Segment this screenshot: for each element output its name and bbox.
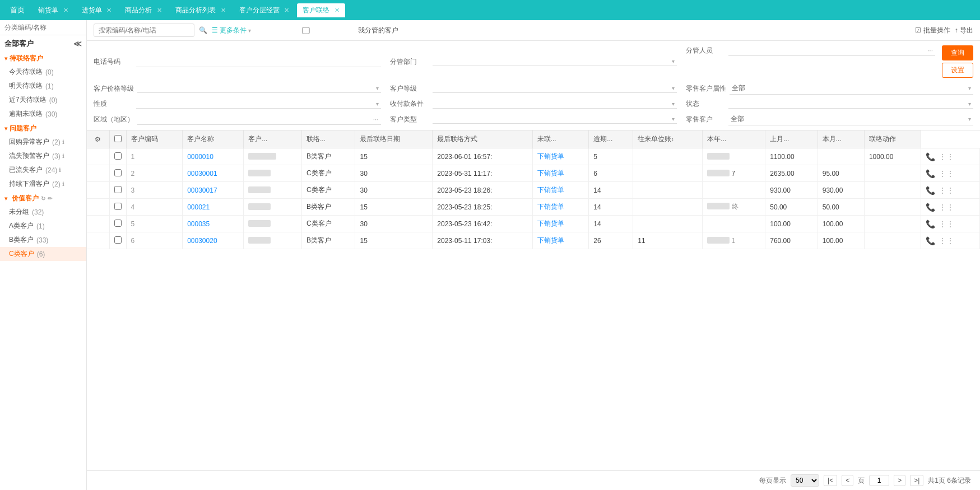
row-action-phone[interactable]: 📞 — [926, 186, 935, 195]
last-page-btn[interactable]: >| — [910, 475, 923, 486]
col-year[interactable]: 本年... — [703, 130, 765, 148]
row-checkbox[interactable] — [114, 169, 122, 176]
sidebar-group-pending[interactable]: 待联络客户 — [0, 51, 86, 65]
col-action[interactable]: 联络动作 — [864, 130, 921, 148]
nav-purchase[interactable]: 进货单 ✕ — [76, 3, 118, 17]
nav-customer-contact[interactable]: 客户联络 ✕ — [297, 3, 345, 17]
row-checkbox[interactable] — [114, 152, 122, 160]
sidebar-item-overdue[interactable]: 逾期未联络(30) — [0, 107, 86, 121]
nav-close-sales[interactable]: ✕ — [63, 7, 68, 13]
col-settings[interactable]: ⚙ — [87, 130, 109, 148]
phone-input[interactable] — [136, 57, 381, 67]
area-more[interactable]: ··· — [373, 115, 379, 123]
sidebar-item-lost[interactable]: 已流失客户(24) ℹ — [0, 163, 86, 177]
nav-close-customer-tier[interactable]: ✕ — [284, 7, 289, 13]
col-this-month[interactable]: 本月... — [818, 130, 864, 148]
sidebar-item-7days[interactable]: 近7天待联络(0) — [0, 93, 86, 107]
my-customers-check[interactable] — [256, 27, 356, 34]
sidebar-group-problem[interactable]: 问题客户 — [0, 121, 86, 135]
my-customers-checkbox[interactable]: 我分管的客户 — [256, 26, 398, 35]
filter-search-icon[interactable]: 🔍 — [199, 26, 207, 34]
row-action-phone[interactable]: 📞 — [926, 152, 935, 161]
grade-select[interactable]: ▾ — [433, 84, 677, 93]
row-action-phone[interactable]: 📞 — [926, 220, 935, 228]
more-conditions-btn[interactable]: ☰ 更多条件 ▾ — [212, 26, 251, 35]
price-level-select[interactable]: ▾ — [137, 84, 381, 93]
row-method-link[interactable]: 下销货单 — [537, 220, 564, 227]
manager-more[interactable]: ··· — [927, 46, 933, 54]
status-select[interactable]: ▾ — [728, 100, 973, 109]
customer-type-select[interactable]: ▾ — [433, 115, 677, 124]
nav-close-product-list[interactable]: ✕ — [221, 7, 226, 13]
col-last-month[interactable]: 上月... — [765, 130, 818, 148]
all-customers-label[interactable]: 全部客户 ≪ — [0, 35, 86, 51]
info-icon-declining[interactable]: ℹ — [62, 181, 64, 187]
col-last-method[interactable]: 最后联络方式 — [433, 130, 532, 148]
prev-page-btn[interactable]: < — [842, 475, 853, 486]
row-method-link[interactable]: 下销货单 — [537, 203, 564, 211]
row-method-link[interactable]: 下销货单 — [537, 186, 564, 194]
col-code[interactable]: 客户编码 — [126, 130, 183, 148]
row-action-more[interactable]: ⋮⋮ — [939, 220, 954, 228]
row-checkbox[interactable] — [114, 203, 122, 210]
nav-close-customer-contact[interactable]: ✕ — [335, 7, 340, 13]
nav-close-product-analysis[interactable]: ✕ — [157, 7, 162, 13]
first-page-btn[interactable]: |< — [824, 475, 837, 486]
nav-product-analysis[interactable]: 商品分析 ✕ — [119, 3, 168, 17]
next-page-btn[interactable]: > — [894, 475, 905, 486]
row-action-more[interactable]: ⋮⋮ — [939, 186, 954, 195]
row-method-link[interactable]: 下销货单 — [537, 169, 564, 177]
search-input[interactable] — [94, 24, 194, 37]
nav-sales[interactable]: 销货单 ✕ — [32, 3, 74, 17]
payment-select[interactable]: ▾ — [433, 100, 677, 109]
sidebar-item-typeB[interactable]: B类客户(33) — [0, 233, 86, 247]
value-group-refresh[interactable]: ↻ — [41, 195, 45, 202]
sidebar-item-ungrouped[interactable]: 未分组(32) — [0, 205, 86, 219]
col-account[interactable]: 往来单位账↕ — [633, 130, 703, 148]
col-type[interactable]: 客户... — [244, 130, 302, 148]
row-action-more[interactable]: ⋮⋮ — [939, 203, 954, 212]
info-icon-warning[interactable]: ℹ — [62, 153, 64, 159]
sidebar-item-today[interactable]: 今天待联络(0) — [0, 65, 86, 79]
nature-select[interactable]: ▾ — [136, 100, 381, 109]
sidebar-group-value[interactable]: 价值客户 ↻ ✏ — [0, 191, 86, 205]
row-action-more[interactable]: ⋮⋮ — [939, 169, 954, 178]
info-icon-lost[interactable]: ℹ — [59, 167, 61, 173]
nav-home[interactable]: 首页 — [4, 3, 30, 17]
row-method-link[interactable]: 下销货单 — [537, 236, 564, 244]
row-action-more[interactable]: ⋮⋮ — [939, 152, 954, 161]
row-checkbox[interactable] — [114, 220, 122, 227]
info-icon-abnormal[interactable]: ℹ — [62, 139, 64, 145]
nav-customer-tier[interactable]: 客户分层经营 ✕ — [234, 3, 295, 17]
row-checkbox[interactable] — [114, 236, 122, 244]
col-contact[interactable]: 联络... — [301, 130, 355, 148]
dept-select[interactable]: ▾ — [433, 57, 677, 66]
row-action-phone[interactable]: 📞 — [926, 203, 935, 212]
row-checkbox[interactable] — [114, 186, 122, 193]
sidebar-collapse-icon[interactable]: ≪ — [73, 39, 82, 48]
row-method-link[interactable]: 下销货单 — [537, 152, 564, 160]
sidebar-item-typeC[interactable]: C类客户(6) — [0, 247, 86, 261]
col-last-date[interactable]: 最后联络日期 — [355, 130, 433, 148]
sidebar-search-input[interactable] — [4, 24, 87, 31]
sidebar-item-warning[interactable]: 流失预警客户(3) ℹ — [0, 149, 86, 163]
col-overdue[interactable]: 逾期... — [589, 130, 633, 148]
retail-attr-select[interactable]: 全部 ▾ — [730, 82, 973, 95]
per-page-select[interactable]: 50 100 — [791, 474, 819, 487]
sidebar-item-tomorrow[interactable]: 明天待联络(1) — [0, 79, 86, 93]
row-action-phone[interactable]: 📞 — [926, 236, 935, 245]
sidebar-item-abnormal[interactable]: 回购异常客户(2) ℹ — [0, 135, 86, 149]
batch-op-btn[interactable]: ☑ 批量操作 — [915, 26, 950, 35]
page-input[interactable]: 1 — [869, 475, 889, 486]
row-action-phone[interactable]: 📞 — [926, 169, 935, 178]
col-checkbox-header[interactable] — [109, 130, 126, 148]
value-group-edit[interactable]: ✏ — [48, 195, 52, 202]
col-name[interactable]: 客户名称 — [183, 130, 244, 148]
sidebar-item-declining[interactable]: 持续下滑客户(2) ℹ — [0, 177, 86, 191]
query-btn[interactable]: 查询 — [942, 45, 973, 60]
row-action-more[interactable]: ⋮⋮ — [939, 236, 954, 245]
select-all-checkbox[interactable] — [114, 135, 122, 142]
col-no-contact[interactable]: 未联... — [532, 130, 589, 148]
nav-product-list[interactable]: 商品分析列表 ✕ — [170, 3, 231, 17]
export-btn[interactable]: ↑ 导出 — [955, 26, 973, 35]
